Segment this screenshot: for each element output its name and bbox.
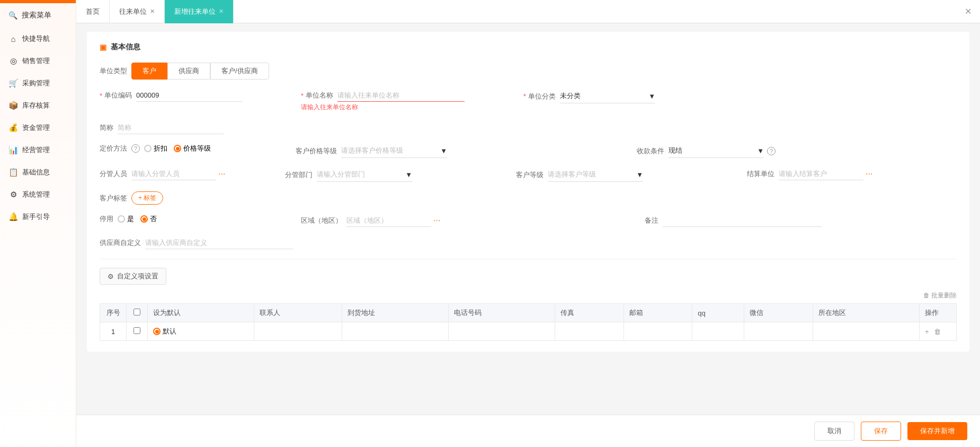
cell-fax: [555, 322, 624, 341]
supplier-custom-field: 供应商自定义: [100, 236, 957, 249]
default-radio-dot: [155, 330, 159, 334]
custom-settings-icon: ⚙: [108, 273, 114, 281]
customer-level-select[interactable]: 请选择客户等级 ▼: [548, 168, 643, 182]
row-add-btn[interactable]: +: [925, 328, 929, 336]
main-content: 首页 往来单位 ✕ 新增往来单位 ✕ ✕ ▣ 基本信息 单位类型 客户: [76, 0, 980, 447]
customer-price-level-label: 客户价格等级: [296, 146, 337, 156]
row-delete-btn[interactable]: 🗑: [934, 328, 941, 336]
unit-name-input[interactable]: [337, 89, 465, 102]
tab-partners-close[interactable]: ✕: [150, 8, 155, 15]
pricing-grade-circle: [174, 145, 181, 152]
unit-type-row: 单位类型 客户 供应商 客户/供应商: [100, 63, 957, 80]
customer-price-level-field: 客户价格等级 请选择客户价格等级 ▼: [296, 144, 616, 158]
supplier-custom-input[interactable]: [145, 236, 293, 249]
payment-terms-label: 收款条件: [637, 146, 664, 156]
disable-no-dot: [142, 217, 146, 221]
supervisor-input[interactable]: [131, 168, 216, 180]
cell-phone: [448, 322, 555, 341]
disable-yes-circle: [118, 215, 125, 223]
supervisor-more-btn[interactable]: ···: [216, 169, 227, 179]
sidebar-item-finance[interactable]: 💰 资金管理: [0, 117, 76, 139]
disable-no-label: 否: [150, 214, 157, 224]
customer-price-level-placeholder: 请选择客户价格等级: [341, 146, 403, 155]
department-select[interactable]: 请输入分管部门 ▼: [317, 168, 412, 182]
table-select-all[interactable]: [133, 309, 140, 315]
unit-code-field: * 单位编码: [100, 89, 269, 102]
batch-delete-btn[interactable]: 🗑 批量删除: [100, 291, 957, 300]
row-checkbox[interactable]: [133, 327, 140, 334]
short-name-input[interactable]: [118, 121, 224, 134]
customer-tag-label: 客户标签: [100, 194, 127, 203]
disable-no-radio[interactable]: 否: [140, 214, 157, 224]
cell-address: [342, 322, 448, 341]
pricing-grade-label: 价格等级: [183, 144, 211, 153]
pricing-grade-radio[interactable]: 价格等级: [174, 144, 211, 153]
disable-field: 停用 是 否: [100, 214, 269, 224]
default-radio[interactable]: 默认: [153, 327, 248, 336]
payment-terms-value: 现结: [669, 146, 682, 155]
sidebar-item-basic-info[interactable]: 📋 基础信息: [0, 161, 76, 183]
settlement-unit-input[interactable]: [779, 168, 863, 180]
save-new-button[interactable]: 保存并新增: [907, 422, 967, 440]
sidebar-item-system[interactable]: ⚙ 系统管理: [0, 183, 76, 206]
unit-code-label: 单位编码: [104, 91, 132, 100]
sidebar-search[interactable]: 🔍 搜索菜单: [0, 3, 76, 28]
sidebar: 🔍 搜索菜单 ⌂ 快捷导航 ◎ 销售管理 🛒 采购管理 📦 库存核算 💰 资金管…: [0, 0, 76, 447]
disable-label: 停用: [100, 214, 113, 224]
tab-partners[interactable]: 往来单位 ✕: [110, 0, 165, 23]
remark-input[interactable]: [663, 214, 822, 227]
disable-yes-radio[interactable]: 是: [118, 214, 134, 224]
table-header-row: 序号 设为默认 联系人 到货地址 电话号码 传真 邮箱 qq 微信 所在地区 操…: [100, 304, 957, 322]
sidebar-item-inventory[interactable]: 📦 库存核算: [0, 94, 76, 117]
col-phone: 电话号码: [448, 304, 555, 322]
type-btn-supplier[interactable]: 供应商: [167, 63, 210, 80]
unit-code-input[interactable]: [136, 89, 242, 102]
type-btn-customer[interactable]: 客户: [131, 63, 167, 80]
default-label: 默认: [163, 327, 176, 336]
disable-region-row: 停用 是 否 区: [100, 214, 957, 227]
cancel-button[interactable]: 取消: [814, 422, 854, 441]
region-more-btn[interactable]: ···: [431, 216, 442, 225]
department-field: 分管部门 请输入分管部门 ▼: [285, 168, 495, 182]
pricing-discount-radio[interactable]: 折扣: [144, 144, 167, 153]
save-button[interactable]: 保存: [861, 422, 901, 441]
type-btn-both[interactable]: 客户/供应商: [210, 63, 269, 80]
disable-no-circle: [140, 215, 148, 223]
unit-name-label: 单位名称: [306, 91, 333, 100]
col-default: 设为默认: [148, 304, 254, 322]
payment-terms-select[interactable]: 现结 ▼: [669, 144, 764, 158]
tab-home[interactable]: 首页: [76, 0, 110, 23]
unit-code-required: *: [100, 92, 102, 100]
tab-bar: 首页 往来单位 ✕ 新增往来单位 ✕ ✕: [76, 0, 980, 23]
settlement-unit-more-btn[interactable]: ···: [863, 169, 875, 179]
short-name-field: 简称: [100, 121, 957, 134]
unit-category-select[interactable]: 未分类 ▼: [560, 89, 655, 103]
cell-action: + 🗑: [920, 322, 957, 341]
unit-category-label: 单位分类: [528, 92, 556, 101]
custom-settings-button[interactable]: ⚙ 自定义项设置: [100, 268, 166, 285]
sidebar-item-guide[interactable]: 🔔 新手引导: [0, 206, 76, 228]
sidebar-item-sales[interactable]: ◎ 销售管理: [0, 50, 76, 72]
unit-name-field: * 单位名称 请输入往来单位名称: [301, 89, 492, 112]
tab-bar-close[interactable]: ✕: [956, 6, 980, 16]
cell-email: [623, 322, 692, 341]
tab-new-partner[interactable]: 新增往来单位 ✕: [165, 0, 234, 23]
customer-price-level-select[interactable]: 请选择客户价格等级 ▼: [341, 144, 447, 158]
pricing-discount-label: 折扣: [154, 144, 167, 153]
pricing-method-help[interactable]: ?: [131, 144, 140, 153]
unit-type-label: 单位类型: [100, 66, 127, 76]
supervisor-row: 分管人员 ··· 分管部门 请输入分管部门 ▼ 客户等级 请选择客户等级 ▼: [100, 168, 957, 182]
payment-terms-help[interactable]: ?: [767, 147, 776, 155]
col-email: 邮箱: [623, 304, 692, 322]
sidebar-item-operations[interactable]: 📊 经营管理: [0, 139, 76, 161]
sidebar-item-quick-nav[interactable]: ⌂ 快捷导航: [0, 28, 76, 50]
department-placeholder: 请输入分管部门: [317, 170, 365, 179]
customer-level-placeholder: 请选择客户等级: [548, 170, 596, 179]
tab-partners-label: 往来单位: [119, 7, 147, 16]
tab-new-partner-close[interactable]: ✕: [219, 8, 224, 15]
batch-delete-label: 批量删除: [931, 292, 957, 299]
sidebar-item-purchase[interactable]: 🛒 采购管理: [0, 72, 76, 94]
region-input[interactable]: [346, 214, 431, 227]
customer-level-label: 客户等级: [516, 170, 544, 180]
add-tag-button[interactable]: + 标签: [131, 191, 163, 205]
